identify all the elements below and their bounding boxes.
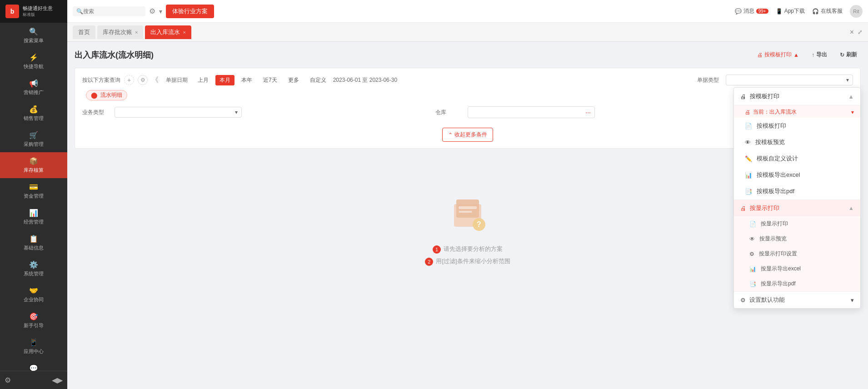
collapse-more-button[interactable]: ⌃ 收起更多条件 [442, 128, 493, 142]
close-window-icon[interactable]: × [850, 28, 854, 36]
date-range-display: 2023-06-01 至 2023-06-30 [333, 76, 397, 84]
purchase-icon: 🛒 [29, 131, 38, 140]
date-option-more[interactable]: 更多 [284, 75, 303, 85]
page-content: 出入库流水(流水明细) 🖨 按模板打印 ▲ ↑ 导出 ↻ 刷新 [67, 42, 868, 389]
date-option-this-year[interactable]: 本年 [237, 75, 256, 85]
sidebar-item-sales[interactable]: 💰 销售管理 [0, 100, 67, 126]
headset-icon: 🎧 [812, 8, 819, 15]
date-label: 单据日期 [166, 76, 191, 84]
sidebar-item-marketing[interactable]: 📢 营销推广 [0, 75, 67, 100]
display-print-group[interactable]: 🖨 按显示打印 ▲ [734, 200, 860, 216]
sidebar-item-guide[interactable]: 🎯 新手引导 [0, 308, 67, 334]
excel-icon: 📊 [745, 172, 752, 179]
set-default-function-button[interactable]: ⚙ 设置默认功能 ▾ [734, 292, 860, 308]
industry-solution-button[interactable]: 体验行业方案 [166, 5, 214, 18]
system-icon: ⚙️ [29, 260, 38, 269]
settings-icon[interactable]: ⚙ [5, 376, 11, 384]
design-icon: ✏️ [745, 155, 752, 162]
template-export-excel-item[interactable]: 📊 按模板导出excel [734, 167, 860, 183]
biz-type-select[interactable]: ▾ [115, 107, 242, 118]
logo-name: 畅捷通好生意 [23, 5, 53, 11]
hint-1-text: 请先选择要分析的方案 [444, 245, 503, 253]
page-actions: 🖨 按模板打印 ▲ ↑ 导出 ↻ 刷新 [753, 49, 861, 60]
sidebar-item-wechat[interactable]: 💬 企业微信 [0, 359, 67, 371]
search-label: 搜索菜单 [24, 37, 44, 44]
export-button[interactable]: ↑ 导出 [808, 49, 831, 60]
display-preview-item[interactable]: 👁 按显示预览 [734, 231, 860, 246]
online-service-button[interactable]: 🎧 在线客服 [812, 7, 843, 15]
display-print-item[interactable]: 📄 按显示打印 [734, 216, 860, 231]
default-icon: ⚙ [740, 297, 746, 304]
sidebar-item-basic-info[interactable]: 📋 基础信息 [0, 230, 67, 256]
messages-label: 消息 [743, 7, 754, 15]
date-option-this-month[interactable]: 本月 [215, 75, 234, 85]
display-export-excel-item[interactable]: 📊 按显示导出excel [734, 261, 860, 276]
sidebar-item-finance[interactable]: 💳 资金管理 [0, 178, 67, 204]
sidebar-item-system[interactable]: ⚙️ 系统管理 [0, 256, 67, 282]
refresh-button[interactable]: ↻ 刷新 [836, 49, 861, 60]
template-print-item[interactable]: 📄 按模板打印 [734, 118, 860, 134]
refresh-icon: ↻ [840, 52, 844, 58]
topbar-settings-icon[interactable]: ⚙ [149, 7, 155, 15]
enterprise-label: 企业协同 [24, 296, 44, 303]
tab-batch[interactable]: 库存批次账× [97, 25, 143, 39]
sidebar-item-quick-nav[interactable]: ⚡ 快捷导航 [0, 49, 67, 75]
wechat-icon: 💬 [29, 364, 38, 371]
sidebar-item-app-center[interactable]: 📱 应用中心 [0, 334, 67, 359]
date-option-last-month[interactable]: 上月 [194, 75, 213, 85]
filter-tag-flow[interactable]: ⬤ 流水明细 [86, 90, 127, 100]
tab-batch-close[interactable]: × [135, 30, 138, 35]
sidebar: b 畅捷通好生意 标准版 🔍 搜索菜单⚡ 快捷导航📢 营销推广💰 销售管理🛒 采… [0, 0, 67, 389]
type-select[interactable]: ▾ [726, 75, 853, 85]
sidebar-item-operations[interactable]: 📊 经营管理 [0, 204, 67, 230]
enterprise-icon: 🤝 [29, 286, 38, 295]
display-print-group-label: 按显示打印 [750, 204, 779, 212]
collapse-icon[interactable]: ◀▶ [52, 376, 63, 384]
sales-icon: 💰 [29, 105, 38, 114]
export-icon: ↑ [812, 52, 814, 58]
template-custom-item[interactable]: ✏️ 模板自定义设计 [734, 150, 860, 167]
display-print-icon: 📄 [749, 221, 756, 227]
search-box[interactable]: 🔍 [73, 6, 145, 16]
dropdown-close-chevron[interactable]: ▲ [848, 93, 854, 100]
display-preview-label: 按显示预览 [759, 235, 787, 243]
tab-flow-close[interactable]: × [183, 30, 185, 35]
app-download-button[interactable]: 📱 App下载 [776, 7, 805, 15]
topbar-dropdown-icon[interactable]: ▾ [159, 8, 162, 15]
search-input[interactable] [83, 8, 138, 15]
logo-badge: 标准版 [23, 12, 53, 18]
quick-nav-label: 快捷导航 [24, 63, 44, 70]
tab-home[interactable]: 首页 [73, 25, 95, 39]
sidebar-item-inventory[interactable]: 📦 库存核算 [0, 152, 67, 178]
date-option-custom[interactable]: 自定义 [306, 75, 330, 85]
topbar-right: 💬 消息 99+ 📱 App下载 🎧 在线客服 Rit [735, 5, 863, 18]
sidebar-item-purchase[interactable]: 🛒 采购管理 [0, 126, 67, 152]
warehouse-select[interactable]: ··· [468, 106, 595, 118]
purchase-label: 采购管理 [24, 141, 44, 148]
filter-collapse-button[interactable]: 《 [151, 75, 159, 85]
tab-flow[interactable]: 出入库流水× [145, 25, 191, 39]
template-export-pdf-item[interactable]: 📑 按模板导出pdf [734, 183, 860, 199]
app-center-icon: 📱 [29, 338, 38, 347]
template-preview-item[interactable]: 👁 按模板预览 [734, 134, 860, 150]
operations-icon: 📊 [29, 209, 38, 217]
display-print-settings-item[interactable]: ⚙ 按显示打印设置 [734, 246, 860, 261]
print-template-button[interactable]: 🖨 按模板打印 ▲ [753, 49, 803, 60]
template-print-label: 按模板打印 [757, 122, 786, 130]
expand-window-icon[interactable]: ⤢ [858, 29, 863, 35]
date-option-last-7[interactable]: 近7天 [259, 75, 281, 85]
messages-button[interactable]: 💬 消息 99+ [735, 7, 768, 15]
sidebar-item-enterprise[interactable]: 🤝 企业协同 [0, 282, 67, 308]
dropdown-header: 🖨 按模板打印 ▲ [734, 88, 860, 105]
filter-config-button[interactable]: ⚙ [138, 75, 148, 85]
display-export-pdf-label: 按显示导出pdf [761, 280, 796, 288]
filter-add-button[interactable]: + [124, 75, 134, 85]
svg-rect-3 [459, 211, 472, 213]
template-custom-label: 模板自定义设计 [757, 155, 798, 163]
print-dropdown-panel: 🖨 按模板打印 ▲ 🖨 当前：出入库流水 ▾ 📄 按模板打印 👁 按 [733, 87, 861, 309]
sidebar-item-search[interactable]: 🔍 搜索菜单 [0, 23, 67, 49]
display-export-pdf-item[interactable]: 📑 按显示导出pdf [734, 276, 860, 291]
template-preview-label: 按模板预览 [755, 138, 785, 146]
warehouse-more-icon[interactable]: ··· [585, 109, 591, 116]
user-avatar[interactable]: Rit [850, 5, 863, 18]
